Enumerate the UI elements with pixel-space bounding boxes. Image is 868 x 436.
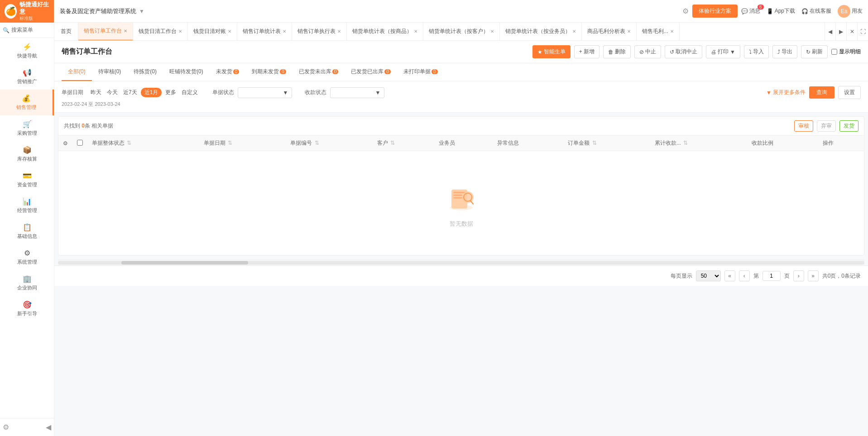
page-input[interactable]	[762, 271, 781, 281]
expand-more-btn[interactable]: ▼ 展开更多条件	[766, 89, 806, 96]
date-opt-more[interactable]: 更多	[163, 88, 178, 97]
sidebar-item-quick-nav[interactable]: ⚡ 快捷导航	[0, 38, 54, 64]
tab-close-all[interactable]: ✕	[846, 23, 857, 41]
message-btn[interactable]: 💬 消息 6	[741, 7, 760, 15]
batch-approve-button[interactable]: 审核	[794, 120, 813, 132]
sort-collected-icon[interactable]: ⇅	[683, 140, 688, 146]
sidebar-item-operations[interactable]: 📊 经营管理	[0, 193, 54, 218]
sidebar-item-guide[interactable]: 🎯 新手引导	[0, 296, 54, 322]
sidebar-item-sales[interactable]: 💰 销售管理	[0, 90, 54, 115]
stop-button[interactable]: ⊘ 中止	[634, 45, 661, 58]
smart-create-button[interactable]: ★ 智能生单	[532, 45, 571, 58]
status-select[interactable]: ▼	[238, 87, 292, 98]
tab-cash-reconcile-close[interactable]: ✕	[228, 29, 231, 34]
filter-tab-all[interactable]: 全部(0)	[62, 63, 92, 81]
select-all-checkbox[interactable]	[77, 140, 83, 146]
date-opt-7days[interactable]: 近7天	[121, 88, 139, 97]
date-opt-custom[interactable]: 自定义	[180, 88, 200, 97]
collapse-icon[interactable]: ◀	[46, 423, 51, 431]
tab-cash-reconcile[interactable]: 钱货日清对账 ✕	[188, 23, 237, 41]
refresh-button[interactable]: ↻ 刷新	[801, 45, 828, 58]
tab-sales-summary-staff-label: 销货单统计表（按业务员）	[505, 28, 571, 35]
filter-tab-pending-pickup[interactable]: 待拣货(0)	[127, 63, 163, 81]
tab-sales-exec-close[interactable]: ✕	[337, 29, 341, 34]
tab-sales-stat[interactable]: 销售订单统计表 ✕	[237, 23, 292, 41]
payment-select[interactable]: ▼	[330, 87, 384, 98]
delete-button[interactable]: 🗑 删除	[603, 45, 631, 58]
filter-tab-pending-review[interactable]: 待审核(0)	[92, 63, 128, 81]
sidebar-item-system[interactable]: ⚙ 系统管理	[0, 244, 54, 270]
sort-amount-icon[interactable]: ⇅	[592, 140, 597, 146]
tab-sales-more-close[interactable]: ✕	[670, 29, 674, 34]
online-service-btn[interactable]: 🎧 在线客服	[801, 7, 831, 15]
user-menu[interactable]: Ea 用友	[838, 5, 863, 18]
tab-scroll-right[interactable]: ▶	[835, 23, 846, 41]
tab-home[interactable]: 首页	[54, 23, 78, 41]
filter-tab-overdue-not-shipped[interactable]: 到期未发货0	[245, 63, 293, 81]
industry-solution-button[interactable]: 体验行业方案	[692, 5, 738, 18]
horizontal-scrollbar[interactable]	[58, 259, 864, 265]
set-button[interactable]: 设置	[838, 86, 861, 99]
sort-customer-icon[interactable]: ⇅	[390, 140, 395, 146]
first-page-btn[interactable]: «	[724, 270, 735, 281]
date-opt-1month[interactable]: 近1月	[141, 88, 162, 97]
sidebar-item-finance[interactable]: 💳 资金管理	[0, 167, 54, 193]
sort-date-icon[interactable]: ⇅	[228, 140, 232, 146]
tab-fullscreen[interactable]: ⛶	[857, 23, 868, 41]
filter-tab-shipped-not-out[interactable]: 已发货未出库0	[293, 63, 345, 81]
sidebar-item-label: 营销推广	[17, 78, 37, 85]
tab-scroll-left[interactable]: ◀	[825, 23, 835, 41]
tab-sales-more[interactable]: 销售毛利... ✕	[637, 23, 680, 41]
sidebar-item-basic-info[interactable]: 📋 基础信息	[0, 218, 54, 244]
tab-product-margin-close[interactable]: ✕	[627, 29, 631, 34]
tab-sales-summary-customer-close[interactable]: ✕	[490, 29, 494, 34]
tab-sales-summary-staff[interactable]: 销货单统计表（按业务员） ✕	[500, 23, 582, 41]
query-button[interactable]: 查询	[809, 86, 834, 99]
settings-gear-icon[interactable]: ⚙	[682, 7, 689, 15]
sort-number-icon[interactable]: ⇅	[315, 140, 319, 146]
tab-sales-summary-customer[interactable]: 销货单统计表（按客户） ✕	[423, 23, 500, 41]
settings-col-icon[interactable]: ⚙	[63, 140, 68, 147]
tab-sales-summary-product-close[interactable]: ✕	[414, 29, 417, 34]
prev-page-btn[interactable]: ‹	[739, 270, 750, 281]
tab-sales-summary-staff-close[interactable]: ✕	[572, 29, 576, 34]
filter-tab-wangpu-pending-ship[interactable]: 旺铺待发货(0)	[163, 63, 210, 81]
filter-tab-not-printed[interactable]: 未打印单据0	[397, 63, 444, 81]
sidebar-item-inventory[interactable]: 📦 库存核算	[0, 141, 54, 167]
per-page-select[interactable]: 50 10 20 100	[696, 270, 721, 281]
sidebar-item-enterprise[interactable]: 🏢 企业协同	[0, 270, 54, 296]
next-page-btn[interactable]: ›	[793, 270, 804, 281]
sidebar-item-marketing[interactable]: 📢 营销推广	[0, 64, 54, 90]
tab-sales-exec-label: 销售订单执行表	[297, 28, 336, 35]
tab-sales-workbench[interactable]: 销售订单工作台 ✕	[78, 23, 133, 41]
show-detail-checkbox-label[interactable]: 显示明细	[831, 48, 861, 56]
show-detail-checkbox[interactable]	[831, 49, 837, 55]
export-button[interactable]: ⤴ 导出	[772, 45, 797, 58]
app-download-btn[interactable]: 📱 App下载	[767, 7, 795, 15]
tab-product-margin[interactable]: 商品毛利分析表 ✕	[582, 23, 637, 41]
print-button[interactable]: 🖨 打印 ▼	[706, 45, 740, 58]
tab-cash-daily-close[interactable]: ✕	[178, 29, 182, 34]
add-button[interactable]: + 新增	[574, 45, 599, 58]
sidebar-item-label: 系统管理	[17, 259, 37, 265]
filter-tab-shipped-out[interactable]: 已发货已出库0	[345, 63, 397, 81]
search-menu[interactable]: 🔍 搜索菜单	[0, 23, 54, 38]
filter-tab-not-shipped[interactable]: 未发货0	[210, 63, 246, 81]
settings-icon[interactable]: ⚙	[3, 423, 9, 431]
tab-sales-more-label: 销售毛利...	[642, 28, 668, 35]
tab-sales-summary-product[interactable]: 销货单统计表（按商品） ✕	[347, 23, 423, 41]
import-button[interactable]: ⤵ 导入	[744, 45, 769, 58]
system-title-dropdown[interactable]: ▼	[139, 8, 144, 14]
last-page-btn[interactable]: »	[808, 270, 819, 281]
tab-sales-workbench-close[interactable]: ✕	[124, 28, 127, 33]
batch-reject-button[interactable]: 弃审	[817, 120, 836, 132]
sidebar-item-purchase[interactable]: 🛒 采购管理	[0, 115, 54, 141]
cancel-stop-button[interactable]: ↺ 取消中止	[665, 45, 702, 58]
tab-sales-stat-close[interactable]: ✕	[283, 29, 286, 34]
date-opt-yesterday[interactable]: 昨天	[89, 88, 103, 97]
batch-ship-button[interactable]: 发货	[839, 120, 858, 132]
date-opt-today[interactable]: 今天	[105, 88, 120, 97]
tab-sales-exec[interactable]: 销售订单执行表 ✕	[292, 23, 347, 41]
tab-cash-daily[interactable]: 钱货日清工作台 ✕	[133, 23, 188, 41]
sort-status-icon[interactable]: ⇅	[127, 140, 131, 146]
